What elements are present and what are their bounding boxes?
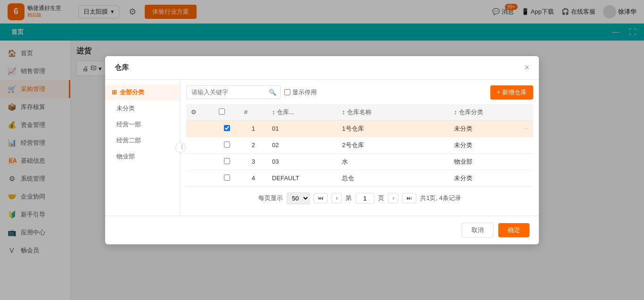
row-check[interactable] [214,170,239,186]
show-disabled-label[interactable]: 显示停用 [284,88,317,97]
row-category: 物业部 [449,153,533,170]
prev-page-btn[interactable]: ‹ [331,193,342,203]
row-gear [186,120,214,137]
row-category: 未分类 [449,170,533,186]
confirm-btn[interactable]: 确定 [498,223,529,237]
modal-close-btn[interactable]: × [524,63,529,73]
total-info: 共1页, 4条记录 [420,194,461,202]
sort-icon: ↕ [272,108,275,116]
cancel-btn[interactable]: 取消 [462,223,494,238]
page-label: 第 [346,194,352,202]
row-gear [186,153,214,170]
search-icon: 🔍 [269,89,276,96]
col-code-header: ↕ 仓库... [267,104,337,121]
per-page-select[interactable]: 50 [287,192,310,204]
row-checkbox-0[interactable] [224,125,230,131]
table-body: 1 01 1号仓库 未分类··· 2 02 2号仓库 未分类 3 03 水 物业… [186,120,533,186]
row-name: 1号仓库 [337,120,449,137]
collapse-sidebar-btn[interactable]: 《 [175,142,186,153]
select-all-checkbox[interactable] [219,108,225,115]
row-category: 未分类··· [449,120,533,137]
table-toolbar: 🔍 显示停用 + 新增仓库 [186,85,533,100]
sort-icon: ↕ [342,108,345,116]
add-warehouse-btn[interactable]: + 新增仓库 [490,85,533,100]
row-check[interactable] [214,137,239,153]
row-dots[interactable]: ··· [523,125,528,132]
row-code: 01 [267,120,337,137]
modal-header: 仓库 × [105,56,539,80]
row-num: 1 [239,120,267,137]
pagination: 每页显示 50 ⏮ ‹ 第 页 › ⏭ 共1页, 4条记录 [186,187,533,210]
row-code: 02 [267,137,337,153]
table-row: 1 01 1号仓库 未分类··· [186,120,533,137]
warehouse-modal: 仓库 × ⊞ 全部分类 未分类 经营一部 经营二部 物业部 《 [105,56,539,244]
search-box: 🔍 [186,85,281,99]
row-num: 3 [239,153,267,170]
modal-title: 仓库 [115,63,129,72]
table-area: 🔍 显示停用 + 新增仓库 ⚙ [181,80,539,216]
row-name: 2号仓库 [337,137,449,153]
cat-item-3[interactable]: 物业部 [105,149,180,165]
page-number-input[interactable] [355,193,374,204]
cat-item-1[interactable]: 经营一部 [105,117,180,133]
modal-footer: 取消 确定 [105,216,539,244]
col-check-header [214,104,239,121]
modal-overlay: 仓库 × ⊞ 全部分类 未分类 经营一部 经营二部 物业部 《 [0,0,644,300]
row-code: DEFAULT [267,170,337,186]
table-row: 2 02 2号仓库 未分类 [186,137,533,153]
col-num-header: # [239,104,267,121]
row-num: 2 [239,137,267,153]
grid-icon: ⊞ [112,89,117,96]
row-num: 4 [239,170,267,186]
last-page-btn[interactable]: ⏭ [402,193,416,203]
page-suffix: 页 [378,194,384,202]
table-header-row: ⚙ # ↕ 仓库... ↕ 仓库名称 [186,104,533,121]
row-checkbox-1[interactable] [224,142,230,148]
sort-icon: ↕ [454,108,457,116]
modal-body: ⊞ 全部分类 未分类 经营一部 经营二部 物业部 《 🔍 [105,80,539,216]
warehouse-table: ⚙ # ↕ 仓库... ↕ 仓库名称 [186,104,533,187]
row-checkbox-2[interactable] [224,158,230,164]
cat-item-0[interactable]: 未分类 [105,100,180,117]
per-page-label: 每页显示 [258,194,283,202]
all-categories-btn[interactable]: ⊞ 全部分类 [105,84,180,100]
cat-item-2[interactable]: 经营二部 [105,133,180,149]
row-checkbox-3[interactable] [224,175,230,181]
col-name-header: ↕ 仓库名称 [337,104,449,121]
row-check[interactable] [214,120,239,137]
col-gear-header: ⚙ [186,104,214,121]
row-category: 未分类 [449,137,533,153]
first-page-btn[interactable]: ⏮ [314,193,328,203]
row-gear [186,137,214,153]
category-sidebar: ⊞ 全部分类 未分类 经营一部 经营二部 物业部 《 [105,80,181,216]
table-row: 4 DEFAULT 总仓 未分类 [186,170,533,186]
row-name: 总仓 [337,170,449,186]
all-categories-label: 全部分类 [120,88,144,97]
row-check[interactable] [214,153,239,170]
table-row: 3 03 水 物业部 [186,153,533,170]
next-page-btn[interactable]: › [388,193,398,203]
col-cat-header: ↕ 仓库分类 [449,104,533,121]
row-gear [186,170,214,186]
search-input[interactable] [191,89,267,96]
row-name: 水 [337,153,449,170]
show-disabled-text: 显示停用 [292,88,317,97]
row-code: 03 [267,153,337,170]
show-disabled-checkbox[interactable] [284,89,290,95]
